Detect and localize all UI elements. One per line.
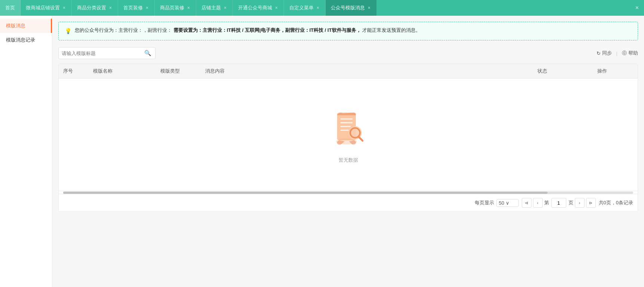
nav-tab-template-msg[interactable]: 公众号模版消息 × <box>326 0 377 16</box>
empty-text: 暂无数据 <box>339 157 358 164</box>
table-header: 序号 模版名称 模版类型 消息内容 状态 操作 <box>59 64 638 79</box>
table-body-empty: 暂无数据 <box>59 79 638 191</box>
sidebar-item-template-record-label: 模版消息记录 <box>6 37 35 43</box>
col-header-index: 序号 <box>59 64 89 78</box>
sync-button[interactable]: ↻ 同步 <box>597 50 612 57</box>
notice-highlight: 需要设置为：主营行业：IT科技 / 互联网|电子商务，副营行业：IT科技 / I… <box>173 27 361 33</box>
col-header-status: 状态 <box>533 64 593 78</box>
close-template-msg-tab[interactable]: × <box>367 4 371 11</box>
prev-page-button[interactable]: ‹ <box>533 198 543 208</box>
page-nav: ⊲ ‹ 第 页 › ⊳ <box>522 198 596 208</box>
scroll-bar-area <box>59 191 638 194</box>
close-weshop-tab[interactable]: × <box>62 4 66 11</box>
help-button[interactable]: ⓪ 帮助 <box>622 50 638 57</box>
nav-tab-mall[interactable]: 开通公众号商城 × <box>233 0 284 16</box>
top-nav: 首页 微商城店铺设置 × 商品分类设置 × 首页装修 × 商品页装修 × 店铺主… <box>0 0 644 16</box>
close-homepage-tab[interactable]: × <box>145 4 149 11</box>
search-icon[interactable]: 🔍 <box>144 49 152 57</box>
main-layout: 模版消息 模版消息记录 💡 您的公众号行业为：主营行业：，副营行业： 需要设置为… <box>0 16 644 287</box>
nav-tab-template-msg-label: 公众号模版消息 <box>331 4 365 11</box>
col-header-action: 操作 <box>593 64 638 78</box>
sidebar-item-template-message[interactable]: 模版消息 <box>0 19 52 33</box>
page-input-wrap: 第 页 <box>544 198 573 208</box>
nav-tab-theme[interactable]: 店铺主题 × <box>196 0 233 16</box>
nav-tab-home-label: 首页 <box>5 4 15 11</box>
page-size-value: 50 <box>499 200 504 206</box>
nav-tab-homepage[interactable]: 首页装修 × <box>118 0 155 16</box>
notice-text: 您的公众号行业为：主营行业：，副营行业： 需要设置为：主营行业：IT科技 / 互… <box>75 27 420 34</box>
notice-banner: 💡 您的公众号行业为：主营行业：，副营行业： 需要设置为：主营行业：IT科技 /… <box>58 22 638 40</box>
svg-line-7 <box>358 137 363 141</box>
notice-icon: 💡 <box>65 27 72 36</box>
page-size-dropdown[interactable]: 50 ∨ <box>496 199 519 207</box>
nav-tab-home[interactable]: 首页 <box>0 0 21 16</box>
notice-text-after: 才能正常发送预置的消息。 <box>362 27 420 33</box>
data-table: 序号 模版名称 模版类型 消息内容 状态 操作 <box>58 64 638 212</box>
nav-tab-weshop[interactable]: 微商城店铺设置 × <box>21 0 72 16</box>
nav-tab-homepage-label: 首页装修 <box>123 4 143 11</box>
close-theme-tab[interactable]: × <box>223 4 227 11</box>
toolbar-divider: | <box>616 51 617 56</box>
sync-icon: ↻ <box>597 51 601 56</box>
last-page-button[interactable]: ⊳ <box>586 198 596 208</box>
page-prefix-label: 第 <box>544 199 549 206</box>
scroll-track[interactable] <box>63 192 633 194</box>
sidebar-item-template-record[interactable]: 模版消息记录 <box>0 33 52 47</box>
page-size-select: 每页显示 50 ∨ <box>475 199 519 207</box>
col-header-content: 消息内容 <box>201 64 533 78</box>
help-label: 帮助 <box>628 50 638 57</box>
col-header-type: 模版类型 <box>156 64 201 78</box>
close-category-tab[interactable]: × <box>108 4 113 11</box>
nav-tab-menu-label: 自定义菜单 <box>289 4 314 11</box>
nav-tab-category[interactable]: 商品分类设置 × <box>72 0 118 16</box>
nav-tab-menu[interactable]: 自定义菜单 × <box>284 0 326 16</box>
nav-tab-product-page-label: 商品页装修 <box>160 4 184 11</box>
help-icon: ⓪ <box>622 50 627 57</box>
close-mall-tab[interactable]: × <box>274 4 278 11</box>
page-size-label: 每页显示 <box>475 199 494 206</box>
nav-tab-category-label: 商品分类设置 <box>77 4 106 11</box>
chevron-down-icon: ∨ <box>506 200 509 206</box>
page-suffix-label: 页 <box>568 199 573 206</box>
notice-text-before: 您的公众号行业为：主营行业：，副营行业： <box>75 27 172 33</box>
next-page-button[interactable]: › <box>575 198 585 208</box>
close-menu-tab[interactable]: × <box>316 4 320 11</box>
scroll-thumb[interactable] <box>63 192 548 194</box>
col-header-name: 模版名称 <box>89 64 156 78</box>
search-input-wrap[interactable]: 🔍 <box>58 47 155 59</box>
search-input[interactable] <box>62 51 144 56</box>
first-page-button[interactable]: ⊲ <box>522 198 531 208</box>
sidebar-item-template-message-label: 模版消息 <box>6 23 25 28</box>
pagination-row: 每页显示 50 ∨ ⊲ ‹ 第 页 › ⊳ <box>59 194 638 211</box>
close-all-tabs[interactable]: × <box>630 4 644 11</box>
search-bar-row: 🔍 ↻ 同步 | ⓪ 帮助 <box>58 47 638 59</box>
nav-tab-theme-label: 店铺主题 <box>201 4 221 11</box>
nav-tab-mall-label: 开通公众号商城 <box>238 4 272 11</box>
empty-illustration <box>326 106 371 151</box>
sidebar: 模版消息 模版消息记录 <box>0 16 52 287</box>
toolbar-right: ↻ 同步 | ⓪ 帮助 <box>597 50 638 57</box>
close-product-page-tab[interactable]: × <box>187 4 191 11</box>
nav-tab-product-page[interactable]: 商品页装修 × <box>155 0 196 16</box>
content-area: 💡 您的公众号行业为：主营行业：，副营行业： 需要设置为：主营行业：IT科技 /… <box>52 16 644 287</box>
sync-label: 同步 <box>602 50 612 57</box>
page-number-input[interactable] <box>551 198 566 208</box>
total-info: 共0页，0条记录 <box>599 199 633 206</box>
nav-tab-weshop-label: 微商城店铺设置 <box>26 4 60 11</box>
